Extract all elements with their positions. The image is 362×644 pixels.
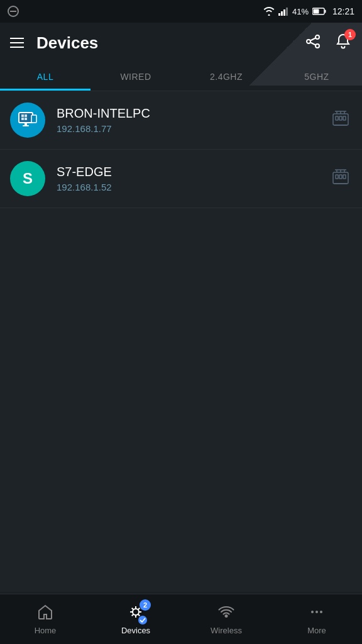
- tab-2.4ghz[interactable]: 2.4GHZ: [181, 63, 272, 91]
- wireless-nav-label: Wireless: [211, 626, 242, 635]
- device-info-bron: BRON-INTELPC 192.168.1.77: [57, 106, 329, 134]
- svg-rect-17: [25, 123, 27, 125]
- svg-rect-15: [21, 118, 24, 120]
- svg-point-41: [315, 611, 318, 613]
- battery-icon: [312, 8, 326, 15]
- svg-rect-32: [343, 175, 346, 179]
- svg-rect-23: [343, 116, 346, 120]
- more-icon: [308, 603, 326, 621]
- svg-rect-18: [23, 125, 29, 126]
- svg-point-9: [315, 44, 319, 48]
- dnd-icon: [8, 6, 19, 17]
- svg-point-39: [138, 616, 147, 625]
- device-name-bron: BRON-INTELPC: [57, 106, 329, 121]
- svg-point-8: [307, 40, 310, 43]
- home-nav-icon: [36, 603, 54, 623]
- more-nav-label: More: [307, 626, 326, 635]
- hamburger-menu-button[interactable]: [10, 38, 24, 48]
- signal-icon: [278, 7, 288, 16]
- status-bar: 41% 12:21: [0, 0, 362, 23]
- devices-checkmark-icon: [138, 616, 147, 625]
- tab-all[interactable]: ALL: [0, 63, 90, 91]
- home-icon: [36, 603, 54, 621]
- device-info-s7: S7-EDGE 192.168.1.52: [57, 165, 329, 192]
- bottom-nav-more[interactable]: More: [272, 594, 362, 644]
- svg-rect-0: [278, 13, 280, 16]
- device-avatar-pc: [10, 103, 45, 138]
- tab-wired[interactable]: WIRED: [90, 63, 181, 91]
- ethernet-icon-s7: [329, 166, 352, 189]
- main-content: BRON-INTELPC 192.168.1.77: [0, 91, 362, 592]
- device-ip-s7: 192.168.1.52: [57, 182, 329, 192]
- status-time: 12:21: [332, 6, 354, 16]
- svg-rect-30: [336, 175, 338, 179]
- svg-rect-1: [281, 11, 283, 16]
- wireless-icon: [217, 603, 235, 621]
- svg-rect-31: [339, 175, 342, 179]
- svg-line-10: [310, 38, 315, 41]
- tab-bar: ALL WIRED 2.4GHZ 5GHZ: [0, 63, 362, 91]
- wireless-nav-icon: [217, 603, 235, 623]
- svg-rect-3: [286, 8, 288, 16]
- device-connection-icon-s7: [329, 166, 352, 191]
- page-title: Devices: [36, 33, 304, 53]
- svg-rect-21: [336, 116, 338, 120]
- device-ip-bron: 192.168.1.77: [57, 123, 329, 134]
- svg-line-11: [310, 43, 315, 45]
- svg-rect-14: [25, 114, 27, 117]
- svg-rect-5: [313, 9, 319, 14]
- wifi-icon: [263, 7, 275, 16]
- device-list: BRON-INTELPC 192.168.1.77: [0, 91, 362, 592]
- device-item-s7edge[interactable]: S S7-EDGE 192.168.1.52: [0, 150, 362, 208]
- device-avatar-s7: S: [10, 161, 45, 196]
- svg-point-40: [311, 611, 314, 613]
- svg-point-42: [320, 611, 322, 613]
- svg-rect-22: [339, 116, 342, 120]
- share-icon: [304, 33, 322, 50]
- svg-rect-6: [324, 10, 326, 13]
- devices-badge: 2: [140, 599, 151, 611]
- header: Devices 1: [0, 23, 362, 63]
- bottom-nav: Home 2 Devices Wireless: [0, 594, 362, 644]
- svg-rect-13: [21, 114, 24, 117]
- header-actions: 1: [304, 33, 352, 53]
- share-button[interactable]: [304, 33, 322, 53]
- notification-badge: 1: [344, 29, 356, 40]
- home-nav-label: Home: [35, 626, 57, 635]
- ethernet-icon-bron: [329, 108, 352, 130]
- device-name-s7: S7-EDGE: [57, 165, 329, 179]
- devices-nav-icon: 2: [127, 603, 145, 623]
- svg-rect-19: [31, 115, 36, 123]
- svg-point-7: [315, 35, 319, 39]
- svg-rect-2: [283, 9, 285, 16]
- bottom-nav-home[interactable]: Home: [0, 594, 90, 644]
- avatar-letter-s: S: [23, 170, 33, 187]
- devices-nav-label: Devices: [121, 626, 150, 635]
- device-connection-icon-bron: [329, 108, 352, 133]
- bottom-nav-wireless[interactable]: Wireless: [181, 594, 272, 644]
- tab-5ghz[interactable]: 5GHZ: [272, 63, 362, 91]
- svg-rect-16: [25, 118, 27, 120]
- more-nav-icon: [308, 603, 326, 623]
- bottom-nav-devices[interactable]: 2 Devices: [90, 594, 181, 644]
- notification-button[interactable]: 1: [334, 33, 352, 53]
- pc-monitor-icon: [17, 111, 38, 129]
- battery-percent: 41%: [292, 7, 309, 16]
- device-item-bron-intelpc[interactable]: BRON-INTELPC 192.168.1.77: [0, 91, 362, 150]
